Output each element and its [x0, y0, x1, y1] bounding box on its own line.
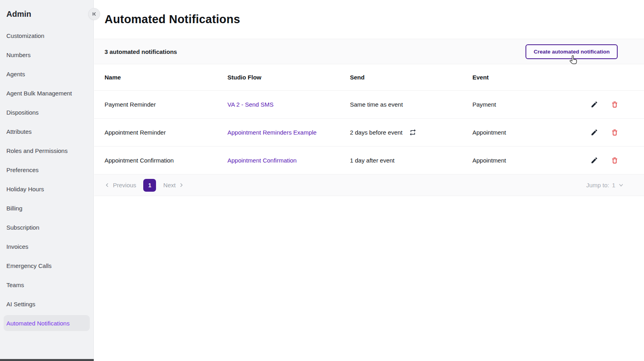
sidebar-bottom-strip [0, 359, 94, 361]
sidebar-item-agent-bulk-management[interactable]: Agent Bulk Management [0, 83, 93, 103]
sidebar-item-ai-settings[interactable]: AI Settings [0, 294, 93, 313]
row-name: Payment Reminder [105, 101, 227, 108]
previous-label: Previous [113, 182, 136, 188]
jump-to-label: Jump to: [586, 182, 609, 188]
table-header-row: Name Studio Flow Send Event [94, 64, 644, 91]
row-event: Payment [472, 101, 576, 108]
edit-button[interactable] [590, 156, 599, 165]
sidebar-item-dispositions[interactable]: Dispositions [0, 103, 93, 122]
sidebar-title: Admin [0, 0, 93, 19]
sidebar-item-subscription[interactable]: Subscription [0, 218, 93, 237]
previous-page-button[interactable]: Previous [105, 182, 136, 188]
row-send-text: Same time as event [350, 101, 403, 108]
current-page-button[interactable]: 1 [143, 179, 156, 192]
sidebar-item-billing[interactable]: Billing [0, 198, 93, 218]
sidebar-item-customization[interactable]: Customization [0, 26, 93, 45]
table-body: Payment Reminder VA 2 - Send SMS Same ti… [94, 91, 644, 175]
row-send-text: 1 day after event [350, 157, 395, 164]
sidebar-item-automated-notifications[interactable]: Automated Notifications [4, 315, 90, 331]
column-header-studio-flow: Studio Flow [227, 74, 350, 81]
studio-flow-link[interactable]: Appointment Confirmation [227, 157, 296, 164]
jump-to-value: 1 [612, 182, 615, 188]
row-event: Appointment [472, 157, 576, 164]
pencil-icon [591, 157, 598, 164]
row-event: Appointment [472, 129, 576, 136]
trash-icon [611, 129, 618, 136]
delete-button[interactable] [610, 128, 619, 137]
trash-icon [611, 157, 618, 164]
toolbar: 3 automated notifications Create automat… [94, 39, 644, 64]
sidebar-item-invoices[interactable]: Invoices [0, 237, 93, 256]
chevron-down-icon [618, 182, 624, 188]
edit-button[interactable] [590, 128, 599, 137]
jump-to-page-select[interactable]: Jump to: 1 [586, 182, 624, 188]
main-content: Automated Notifications 3 automated noti… [94, 0, 644, 361]
table-row: Appointment Confirmation Appointment Con… [94, 147, 644, 175]
sidebar-item-preferences[interactable]: Preferences [0, 160, 93, 179]
delete-button[interactable] [610, 100, 619, 109]
column-header-send: Send [350, 74, 472, 81]
repeat-icon [409, 129, 417, 136]
next-label: Next [163, 182, 176, 188]
edit-button[interactable] [590, 100, 599, 109]
sidebar-collapse-button[interactable] [88, 8, 100, 20]
delete-button[interactable] [610, 156, 619, 165]
column-header-event: Event [472, 74, 576, 81]
row-send-text: 2 days before event [350, 129, 403, 136]
sidebar: Admin CustomizationNumbersAgentsAgent Bu… [0, 0, 94, 361]
pencil-icon [591, 101, 598, 108]
sidebar-item-agents[interactable]: Agents [0, 64, 93, 83]
chevron-right-icon [179, 182, 184, 188]
sidebar-item-attributes[interactable]: Attributes [0, 122, 93, 141]
sidebar-item-numbers[interactable]: Numbers [0, 45, 93, 64]
pagination: Previous 1 Next Jump to: 1 [94, 175, 644, 196]
sidebar-item-roles-and-permissions[interactable]: Roles and Permissions [0, 141, 93, 160]
table-row: Payment Reminder VA 2 - Send SMS Same ti… [94, 91, 644, 119]
sidebar-item-emergency-calls[interactable]: Emergency Calls [0, 256, 93, 275]
collapse-left-icon [91, 11, 97, 17]
studio-flow-link[interactable]: VA 2 - Send SMS [227, 101, 274, 108]
column-header-name: Name [105, 74, 227, 81]
chevron-left-icon [105, 182, 110, 188]
page-header: Automated Notifications [94, 0, 644, 39]
create-automated-notification-button[interactable]: Create automated notification [525, 44, 618, 59]
sidebar-item-holiday-hours[interactable]: Holiday Hours [0, 179, 93, 198]
notification-count: 3 automated notifications [105, 48, 177, 55]
page-title: Automated Notifications [105, 13, 240, 26]
sidebar-nav: CustomizationNumbersAgentsAgent Bulk Man… [0, 26, 93, 331]
table-row: Appointment Reminder Appointment Reminde… [94, 119, 644, 147]
studio-flow-link[interactable]: Appointment Reminders Example [227, 129, 316, 136]
next-page-button[interactable]: Next [163, 182, 184, 188]
notifications-table: Name Studio Flow Send Event Payment Remi… [94, 64, 644, 175]
row-name: Appointment Confirmation [105, 157, 227, 164]
trash-icon [611, 101, 618, 108]
pencil-icon [591, 129, 598, 136]
sidebar-item-teams[interactable]: Teams [0, 275, 93, 294]
row-name: Appointment Reminder [105, 129, 227, 136]
